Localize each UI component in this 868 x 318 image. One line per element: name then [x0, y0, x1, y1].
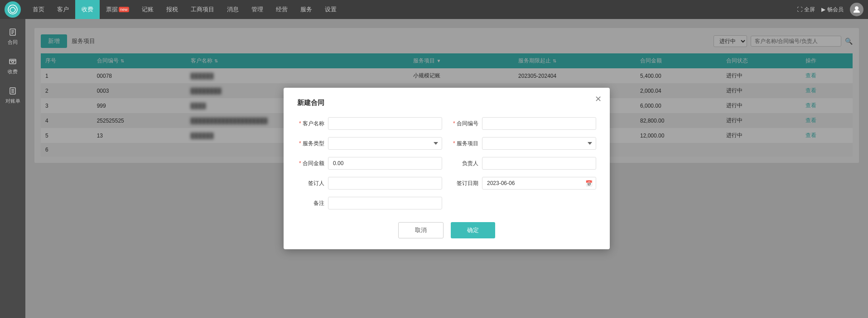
nav-tax[interactable]: 报税	[160, 0, 184, 19]
responsible-input[interactable]	[482, 157, 596, 170]
customer-name-input[interactable]	[328, 117, 442, 130]
calendar-icon[interactable]: 📅	[585, 180, 593, 187]
service-item-select[interactable]	[482, 137, 596, 150]
sidebar: 合同 收费 对账单	[0, 19, 25, 318]
cancel-button[interactable]: 取消	[398, 222, 444, 238]
modal-title: 新建合同	[297, 99, 596, 107]
sidebar-item-statement[interactable]: 对账单	[0, 81, 25, 109]
nav-home[interactable]: 首页	[26, 0, 51, 19]
main-layout: 合同 收费 对账单	[0, 19, 868, 318]
customer-name-label: 客户名称	[297, 120, 324, 128]
nav-business[interactable]: 工商项目	[184, 0, 221, 19]
nav-manage[interactable]: 管理	[245, 0, 270, 19]
customer-name-group: 客户名称	[297, 117, 442, 130]
nav-service[interactable]: 服务	[294, 0, 318, 19]
sign-date-group: 签订日期 📅	[451, 177, 596, 190]
member-button[interactable]: ▶ 畅会员	[821, 6, 844, 14]
sign-date-wrapper: 📅	[482, 177, 596, 190]
modal-overlay: 新建合同 ✕ 客户名称 合同编号 服务类型	[25, 19, 868, 318]
confirm-button[interactable]: 确定	[451, 222, 495, 238]
nav-operation[interactable]: 经营	[270, 0, 294, 19]
remark-input[interactable]	[328, 197, 442, 209]
top-navigation: 首页 客户 收费 票据 new 记账 报税 工商项目 消息 管理 经营 服务 设…	[0, 0, 868, 19]
contract-icon	[8, 27, 18, 37]
nav-customer[interactable]: 客户	[51, 0, 75, 19]
responsible-group: 负责人	[451, 157, 596, 170]
remark-label: 备注	[297, 199, 324, 207]
new-contract-modal: 新建合同 ✕ 客户名称 合同编号 服务类型	[284, 88, 610, 249]
svg-rect-6	[10, 59, 16, 64]
nav-settings[interactable]: 设置	[318, 0, 343, 19]
modal-close-button[interactable]: ✕	[595, 94, 602, 104]
sidebar-item-contract[interactable]: 合同	[0, 23, 25, 50]
top-nav-right: ⛶ 全屏 ▶ 畅会员	[797, 3, 863, 16]
form-row-3: 合同金额 负责人	[297, 157, 596, 170]
app-logo	[5, 1, 21, 18]
service-type-group: 服务类型	[297, 137, 442, 150]
contract-no-input[interactable]	[482, 117, 596, 130]
service-item-group: 服务项目	[451, 137, 596, 150]
signer-label: 签订人	[297, 180, 324, 187]
fullscreen-button[interactable]: ⛶ 全屏	[797, 6, 815, 14]
fullscreen-icon: ⛶	[797, 6, 802, 13]
nav-fee[interactable]: 收费	[75, 0, 100, 19]
statement-icon	[8, 86, 18, 96]
service-type-select[interactable]	[328, 137, 442, 150]
sign-date-label: 签订日期	[451, 180, 478, 187]
nav-bookkeeping[interactable]: 记账	[135, 0, 160, 19]
new-badge: new	[119, 7, 129, 12]
form-row-2: 服务类型 服务项目	[297, 137, 596, 150]
form-row-5: 备注	[297, 197, 596, 209]
contract-no-label: 合同编号	[451, 120, 478, 128]
contract-no-group: 合同编号	[451, 117, 596, 130]
form-row-4: 签订人 签订日期 📅	[297, 177, 596, 190]
modal-footer: 取消 确定	[297, 222, 596, 238]
form-row-1: 客户名称 合同编号	[297, 117, 596, 130]
avatar[interactable]	[850, 3, 863, 16]
signer-group: 签订人	[297, 177, 442, 190]
service-type-label: 服务类型	[297, 140, 324, 147]
contract-amount-label: 合同金额	[297, 160, 324, 167]
play-icon: ▶	[821, 6, 825, 13]
service-item-label: 服务项目	[451, 140, 478, 147]
remark-group: 备注	[297, 197, 442, 209]
signer-input[interactable]	[328, 177, 442, 190]
nav-message[interactable]: 消息	[221, 0, 245, 19]
nav-menu: 首页 客户 收费 票据 new 记账 报税 工商项目 消息 管理 经营 服务 设…	[26, 0, 343, 19]
content-area: 新增 服务项目 进行中 已完成 已终止 🔍 序号 合同编	[25, 19, 868, 318]
sign-date-input[interactable]	[482, 177, 596, 190]
fee-icon	[8, 57, 18, 66]
contract-amount-input[interactable]	[328, 157, 442, 170]
nav-invoice[interactable]: 票据 new	[100, 0, 135, 19]
svg-point-1	[855, 6, 858, 10]
contract-amount-group: 合同金额	[297, 157, 442, 170]
sidebar-item-fee[interactable]: 收费	[0, 52, 25, 80]
responsible-label: 负责人	[451, 160, 478, 167]
